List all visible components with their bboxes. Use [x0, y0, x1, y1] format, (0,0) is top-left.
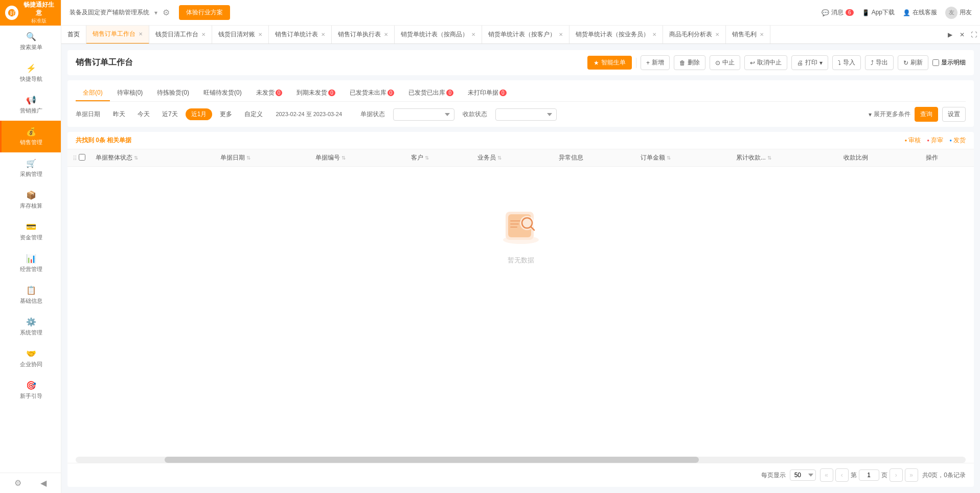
tab-expand-icon[interactable]: ⛶ — [968, 31, 980, 38]
review-action-button[interactable]: 审核 — [904, 136, 921, 145]
date-quick-btn-近1月[interactable]: 近1月 — [186, 108, 213, 120]
status-select[interactable] — [393, 108, 454, 121]
settings-icon[interactable]: ⚙ — [14, 478, 21, 488]
tab-gross-profit[interactable]: 商品毛利分析表✕ — [663, 26, 726, 44]
online-service-item[interactable]: 👤 在线客服 — [903, 8, 937, 17]
print-button[interactable]: 🖨 打印 ▾ — [791, 55, 828, 70]
filter-tab-已发货已出库[interactable]: 已发货已出库0 — [401, 85, 461, 101]
column-业务员[interactable]: 业务员⇅ — [472, 149, 553, 167]
sidebar-item-sales[interactable]: 💰销售管理 — [0, 121, 61, 152]
nav-label-marketing: 营销推广 — [20, 107, 42, 115]
expand-filter-button[interactable]: ▾ 展开更多条件 — [869, 110, 910, 119]
page-number-input[interactable] — [859, 469, 879, 481]
date-quick-btn-自定义[interactable]: 自定义 — [240, 108, 267, 120]
select-all-checkbox[interactable] — [79, 154, 85, 161]
filter-tab-待审核[interactable]: 待审核(0) — [110, 85, 150, 101]
refresh-button[interactable]: ↻ 刷新 — [898, 55, 928, 70]
tab-list: 首页销售订单工作台✕钱货日清工作台✕钱货日清对账✕销售订单统计表✕销售订单执行表… — [61, 26, 944, 44]
sidebar-item-operation[interactable]: 📊经营管理 — [0, 248, 61, 279]
tab-cash-daily[interactable]: 钱货日清工作台✕ — [149, 26, 212, 44]
column-单据整体状态[interactable]: 单据整体状态⇅ — [90, 149, 215, 167]
app-download-item[interactable]: 📱 App下载 — [862, 8, 895, 17]
prev-page-button[interactable]: ‹ — [835, 468, 849, 482]
sidebar-item-quick-nav[interactable]: ⚡快捷导航 — [0, 57, 61, 89]
sidebar-item-inventory[interactable]: 📦库存核算 — [0, 184, 61, 216]
message-label: 消息 — [831, 8, 844, 17]
filter-tab-旺铺待发货[interactable]: 旺铺待发货(0) — [196, 85, 249, 101]
sidebar-item-finance[interactable]: 💳资金管理 — [0, 216, 61, 248]
sidebar-item-purchase[interactable]: 🛒采购管理 — [0, 152, 61, 184]
sidebar-item-enterprise[interactable]: 🤝企业协同 — [0, 343, 61, 374]
stop-button[interactable]: ⊙ 中止 — [710, 55, 740, 70]
tab-sales-workbench[interactable]: 销售订单工作台✕ — [86, 26, 149, 44]
tab-close-sales-staff[interactable]: ✕ — [652, 32, 656, 37]
query-button[interactable]: 查询 — [915, 107, 938, 122]
sidebar-item-basic-info[interactable]: 📋基础信息 — [0, 279, 61, 311]
filter-right: ▾ 展开更多条件 查询 设置 — [869, 107, 966, 122]
filter-tab-已发货未出库[interactable]: 已发货未出库0 — [343, 85, 402, 101]
tab-home[interactable]: 首页 — [61, 26, 86, 44]
scrollbar-thumb[interactable] — [165, 457, 699, 463]
sidebar-item-marketing[interactable]: 📢营销推广 — [0, 89, 61, 121]
show-detail-label[interactable]: 显示明细 — [932, 58, 966, 67]
filter-tab-label: 到期未发货0 — [297, 89, 335, 96]
sidebar-item-search[interactable]: 🔍搜索菜单 — [0, 26, 61, 57]
filter-tab-全部[interactable]: 全部(0) — [76, 85, 110, 101]
tab-sales-profit[interactable]: 销售毛利✕ — [726, 26, 770, 44]
sidebar-item-system[interactable]: ⚙️系统管理 — [0, 311, 61, 343]
date-quick-btn-今天[interactable]: 今天 — [133, 108, 154, 120]
tab-close-sales-profit[interactable]: ✕ — [760, 32, 764, 37]
import-button[interactable]: ⤵ 导入 — [832, 55, 861, 70]
filter-tab-未打印单据[interactable]: 未打印单据0 — [461, 85, 514, 101]
sidebar-item-guide[interactable]: 🎯新手引导 — [0, 374, 61, 406]
show-detail-checkbox[interactable] — [932, 59, 939, 66]
tab-sales-exec[interactable]: 销售订单执行表✕ — [332, 26, 395, 44]
tab-close-sales-goods[interactable]: ✕ — [471, 32, 475, 37]
tab-close-sales-workbench[interactable]: ✕ — [139, 31, 143, 37]
next-page-button[interactable]: › — [890, 468, 903, 482]
filter-tab-待拣验货[interactable]: 待拣验货(0) — [150, 85, 196, 101]
column-单据日期[interactable]: 单据日期⇅ — [215, 149, 311, 167]
industry-solution-button[interactable]: 体验行业方案 — [179, 5, 230, 20]
cancel-review-action-button[interactable]: 弃审 — [927, 136, 943, 145]
tab-cash-reconcile[interactable]: 钱货日清对账✕ — [212, 26, 269, 44]
date-quick-btn-昨天[interactable]: 昨天 — [108, 108, 130, 120]
tab-sales-customer[interactable]: 销货单统计表（按客户）✕ — [482, 26, 569, 44]
tab-sales-stats[interactable]: 销售订单统计表✕ — [269, 26, 332, 44]
user-item[interactable]: 友 用友 — [945, 7, 972, 19]
payment-select[interactable] — [495, 108, 557, 121]
tab-sales-goods[interactable]: 销货单统计表（按商品）✕ — [395, 26, 482, 44]
delete-button[interactable]: 🗑 删除 — [674, 55, 705, 70]
add-button[interactable]: + 新增 — [641, 55, 670, 70]
filter-tab-未发货[interactable]: 未发货0 — [249, 85, 290, 101]
tab-close-sales-stats[interactable]: ✕ — [321, 32, 325, 37]
filter-tab-到期未发货[interactable]: 到期未发货0 — [289, 85, 343, 101]
date-quick-btn-更多[interactable]: 更多 — [215, 108, 237, 120]
message-item[interactable]: 💬 消息 6 — [822, 8, 854, 17]
tab-sales-staff[interactable]: 销货单统计表（按业务员）✕ — [569, 26, 663, 44]
cancel-stop-button[interactable]: ↩ 取消中止 — [744, 55, 787, 70]
tab-close-gross-profit[interactable]: ✕ — [715, 32, 719, 37]
tab-close-sales-customer[interactable]: ✕ — [559, 32, 563, 37]
page-size-select[interactable]: 50 20 100 — [790, 469, 816, 481]
column-单据编号[interactable]: 单据编号⇅ — [310, 149, 406, 167]
column-累计收款...[interactable]: 累计收款...⇅ — [731, 149, 838, 167]
column-订单金额[interactable]: 订单金额⇅ — [635, 149, 731, 167]
tab-close-all-icon[interactable]: ✕ — [956, 31, 968, 38]
gear-icon[interactable]: ⚙ — [163, 8, 170, 17]
last-page-button[interactable]: » — [905, 468, 918, 482]
export-button[interactable]: ⤴ 导出 — [865, 55, 894, 70]
tab-close-sales-exec[interactable]: ✕ — [384, 32, 388, 37]
column-客户[interactable]: 客户⇅ — [406, 149, 472, 167]
tab-close-cash-reconcile[interactable]: ✕ — [258, 32, 262, 37]
tab-more-icon[interactable]: ▶ — [944, 31, 956, 38]
date-quick-btn-近7天[interactable]: 近7天 — [157, 108, 183, 120]
tab-close-cash-daily[interactable]: ✕ — [201, 32, 206, 37]
settings-filter-button[interactable]: 设置 — [942, 107, 966, 122]
nav-label-enterprise: 企业协同 — [20, 361, 42, 368]
collapse-icon[interactable]: ◀ — [40, 478, 47, 488]
horizontal-scrollbar[interactable] — [76, 457, 966, 463]
first-page-button[interactable]: « — [820, 468, 833, 482]
ship-action-button[interactable]: 发货 — [949, 136, 966, 145]
smart-create-button[interactable]: ★ 智能生单 — [587, 56, 632, 70]
